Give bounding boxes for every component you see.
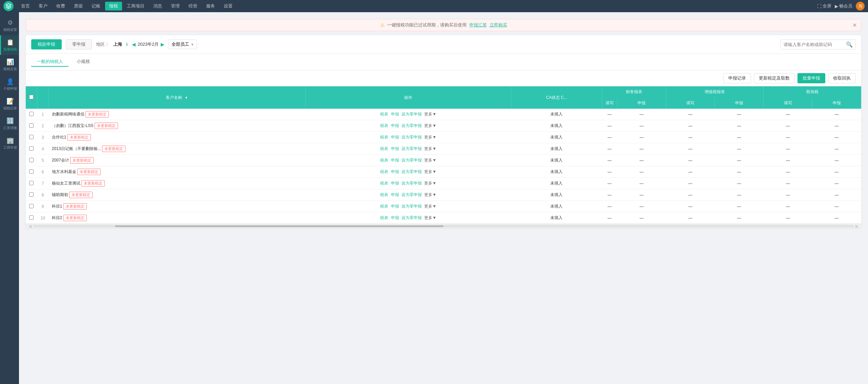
op-more[interactable]: 更多▼ [424, 215, 436, 220]
row-checkbox-8[interactable] [29, 204, 34, 208]
op-tax-form[interactable]: 税表 [380, 169, 388, 174]
row-checkbox-4[interactable] [29, 158, 34, 162]
op-more[interactable]: 更多▼ [424, 112, 436, 116]
staff-selector[interactable]: 全部员工 ▼ [169, 40, 197, 49]
th-name: 客户名称 ▼ [48, 86, 305, 109]
nav-item-首页[interactable]: 首页 [17, 2, 34, 10]
op-zero-report[interactable]: 设为零申报 [401, 204, 422, 209]
nav-item-管理[interactable]: 管理 [167, 2, 184, 10]
member-button[interactable]: ▶ 畅会员 [835, 3, 852, 9]
op-zero-report[interactable]: 设为零申报 [401, 146, 422, 151]
op-tax-form[interactable]: 税表 [380, 215, 388, 220]
op-more[interactable]: 更多▼ [424, 169, 436, 174]
op-tax-form[interactable]: 税表 [380, 204, 388, 209]
sidebar-item-个税申报[interactable]: 👤 个税申报 [0, 74, 19, 94]
nav-item-工商项目[interactable]: 工商项目 [123, 2, 149, 10]
op-more[interactable]: 更多▼ [424, 135, 436, 140]
op-zero-report[interactable]: 设为零申报 [401, 123, 422, 128]
op-more[interactable]: 更多▼ [424, 192, 436, 197]
sidebar-item-报税记录[interactable]: 📝 报税记录 [0, 94, 19, 114]
op-report[interactable]: 申报 [391, 204, 399, 209]
op-zero-report[interactable]: 设为零申报 [401, 169, 422, 174]
op-zero-report[interactable]: 设为零申报 [401, 158, 422, 163]
op-zero-report[interactable]: 设为零申报 [401, 192, 422, 197]
nav-item-记账[interactable]: 记账 [87, 2, 104, 10]
batch-submit-button[interactable]: 批量申报 [797, 73, 825, 83]
op-tax-form[interactable]: 税表 [380, 135, 388, 140]
scroll-right-arrow[interactable]: ▶ [854, 224, 860, 228]
scroll-thumb[interactable] [115, 225, 443, 227]
op-more[interactable]: 更多▼ [424, 146, 436, 151]
appeal-link[interactable]: 申报汇签 [469, 22, 487, 28]
sidebar-item-报税设置[interactable]: ⚙ 报税设置 [0, 16, 19, 35]
record-button[interactable]: 申报记录 [723, 73, 751, 83]
row-checkbox-1[interactable] [29, 123, 34, 128]
op-more[interactable]: 更多▼ [424, 204, 436, 209]
row-vat-rep: — [715, 143, 764, 155]
op-report[interactable]: 申报 [391, 146, 399, 151]
row-checkbox-9[interactable] [29, 215, 34, 220]
fullscreen-button[interactable]: ⛶ 全屏 [817, 3, 831, 9]
op-report[interactable]: 申报 [391, 158, 399, 163]
nav-item-经营[interactable]: 经营 [184, 2, 201, 10]
name-sort-icon[interactable]: ▼ [184, 96, 188, 100]
horizontal-scrollbar[interactable]: ◀ ▶ [26, 224, 861, 228]
op-report[interactable]: 申报 [391, 215, 399, 220]
op-tax-form[interactable]: 税表 [380, 112, 388, 116]
tax-declare-tab[interactable]: 税款申报 [31, 39, 62, 49]
row-checkbox-0[interactable] [29, 112, 34, 116]
close-banner-button[interactable]: ✕ [852, 22, 857, 28]
next-month-button[interactable]: ▶ [161, 42, 164, 47]
nav-item-设置[interactable]: 设置 [220, 2, 237, 10]
scroll-left-arrow[interactable]: ◀ [27, 224, 33, 228]
op-report[interactable]: 申报 [391, 112, 399, 116]
row-checkbox-2[interactable] [29, 135, 34, 139]
row-checkbox-7[interactable] [29, 192, 34, 197]
search-input[interactable] [784, 42, 845, 47]
op-report[interactable]: 申报 [391, 123, 399, 128]
op-report[interactable]: 申报 [391, 192, 399, 197]
search-icon[interactable]: 🔍 [846, 41, 853, 48]
nav-item-报税[interactable]: 报税 [105, 2, 122, 10]
op-more[interactable]: 更多▼ [424, 181, 436, 186]
op-zero-report[interactable]: 设为零申报 [401, 215, 422, 220]
row-ca-status: 未填入 [511, 155, 602, 166]
op-more[interactable]: 更多▼ [424, 123, 436, 128]
nav-item-收费[interactable]: 收费 [52, 2, 69, 10]
op-more[interactable]: 更多▼ [424, 158, 436, 163]
row-ca-status: 未填入 [511, 178, 602, 189]
nav-item-消息[interactable]: 消息 [149, 2, 166, 10]
op-zero-report[interactable]: 设为零申报 [401, 112, 422, 116]
sidebar-item-批量报税[interactable]: 📋 批量报税 [0, 35, 19, 55]
general-taxpayer-tab[interactable]: 一般的纳税人 [31, 57, 68, 67]
sidebar-item-汇算清缴[interactable]: 🔢 汇算清缴 [0, 114, 19, 133]
row-checkbox-5[interactable] [29, 169, 34, 174]
row-checkbox-3[interactable] [29, 146, 34, 151]
select-all-checkbox[interactable] [29, 95, 34, 99]
table-row: 5 2007会计 未更新税定 税表 申报 设为零申报 更多▼ 未填入 — — —… [26, 155, 861, 166]
sidebar-item-报税总览[interactable]: 📊 报税总览 [0, 55, 19, 74]
zero-declare-tab[interactable]: 零申报 [66, 39, 92, 49]
op-zero-report[interactable]: 设为零申报 [401, 181, 422, 186]
region-info-icon[interactable]: ℹ [126, 42, 128, 47]
op-report[interactable]: 申报 [391, 181, 399, 186]
op-tax-form[interactable]: 税表 [380, 146, 388, 151]
row-checkbox-6[interactable] [29, 181, 34, 185]
op-zero-report[interactable]: 设为零申报 [401, 135, 422, 140]
op-tax-form[interactable]: 税表 [380, 123, 388, 128]
prev-month-button[interactable]: ◀ [132, 42, 136, 47]
op-report[interactable]: 申报 [391, 169, 399, 174]
op-tax-form[interactable]: 税表 [380, 158, 388, 163]
nav-item-服务[interactable]: 服务 [202, 2, 219, 10]
update-button[interactable]: 更新税定及取数 [754, 73, 795, 83]
purchase-link[interactable]: 立即购买 [490, 22, 507, 28]
nav-item-票据[interactable]: 票据 [70, 2, 87, 10]
nav-item-客户[interactable]: 客户 [35, 2, 52, 10]
retrieve-button[interactable]: 收取回执 [828, 73, 856, 83]
op-tax-form[interactable]: 税表 [380, 181, 388, 186]
small-scale-tab[interactable]: 小规模 [71, 57, 95, 67]
op-tax-form[interactable]: 税表 [380, 192, 388, 197]
sidebar-item-工商年报[interactable]: 🏢 工商年报 [0, 133, 19, 153]
op-report[interactable]: 申报 [391, 135, 399, 140]
avatar[interactable]: 用 [856, 2, 865, 10]
